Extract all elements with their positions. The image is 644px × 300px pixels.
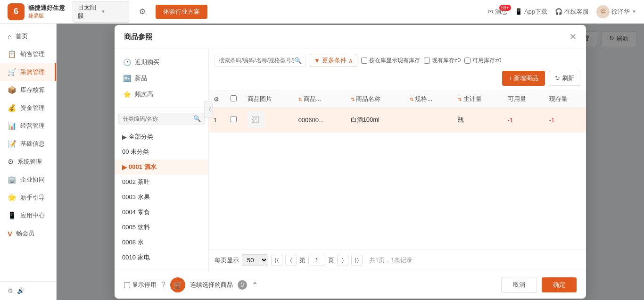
product-search-input[interactable] (219, 57, 294, 64)
unit-col-header[interactable]: ⇅ 主计量 (453, 91, 503, 108)
management-icon: 📊 (8, 122, 17, 130)
arrow-icon: ▶ (122, 133, 127, 141)
row-unit-cell: 瓶 (453, 108, 503, 133)
category-all[interactable]: ▶ 全部分类 (115, 129, 208, 144)
tab-high-frequency[interactable]: ⭐ 频次高 (118, 87, 205, 102)
branch-selector[interactable]: 日太阳膜 ▼ (73, 1, 129, 23)
category-tea[interactable]: 0002 茶叶 (115, 175, 208, 190)
row-code-cell: 000600... (294, 108, 346, 133)
left-panel: 🕐 近期购买 🆕 新品 ⭐ 频次高 (115, 49, 209, 271)
product-table-wrap: ⚙ 商品图片 ⇅ 商品... (209, 91, 586, 249)
code-col-header[interactable]: ⇅ 商品... (294, 91, 346, 108)
sidebar-item-system[interactable]: ⚙ 系统管理 (0, 153, 56, 171)
sidebar-item-sales[interactable]: 📋 销售管理 (0, 45, 56, 63)
sidebar-item-guide[interactable]: 🌟 新手引导 (0, 189, 56, 207)
app-download-btn[interactable]: 📱 App下载 (515, 8, 547, 16)
spec-col-header[interactable]: ⇅ 规格... (405, 91, 453, 108)
cart-btn[interactable]: 🛒 (170, 277, 185, 292)
sidebar-settings-btn[interactable]: ⚙ 🔊 (0, 281, 56, 300)
collapse-panel-btn[interactable]: 《 (204, 101, 213, 118)
sort-icon: ⇅ (351, 97, 355, 102)
guide-icon: 🌟 (8, 193, 17, 202)
next-page-btn[interactable]: ⟩ (337, 255, 348, 266)
tab-new-product[interactable]: 🆕 新品 (118, 71, 205, 86)
add-product-btn[interactable]: + 新增商品 (502, 71, 545, 86)
logo-text: 畅捷通好生意 捷易版 (28, 4, 65, 19)
product-reference-modal: 商品参照 ✕ 🕐 近期购买 🆕 (115, 25, 586, 299)
sidebar-item-enterprise[interactable]: 🏢 企业协同 (0, 171, 56, 189)
modal-title: 商品参照 (124, 33, 152, 42)
row-stock-cell: -1 (545, 108, 586, 133)
table-row[interactable]: 1 🖼 000600... 白酒100ml (209, 108, 586, 133)
sidebar-item-management[interactable]: 📊 经营管理 (0, 117, 56, 135)
category-appliance[interactable]: 0010 家电 (115, 250, 208, 265)
user-menu[interactable]: 华 徐泽华 ▼ (596, 5, 636, 18)
sidebar-item-purchase[interactable]: 🛒 采购管理 (0, 63, 56, 81)
usable-filter[interactable]: 可用库存≠0 (464, 57, 501, 65)
warehouse-filter[interactable]: 按仓库显示现有库存 (361, 57, 420, 65)
pagination: 每页显示 10 20 50 100 ⟨⟨ ⟨ 第 页 (209, 249, 586, 271)
sales-icon: 📋 (8, 50, 17, 58)
warehouse-checkbox[interactable] (361, 58, 367, 64)
experience-btn[interactable]: 体验行业方案 (156, 5, 207, 19)
sidebar-item-home[interactable]: ⌂ 首页 (0, 27, 56, 45)
per-page-select[interactable]: 10 20 50 100 (242, 254, 268, 266)
toolbar-right: + 新增商品 ↻ 刷新 (502, 71, 580, 86)
row-checkbox[interactable] (231, 116, 237, 122)
settings-icon[interactable]: ⚙ (135, 4, 150, 19)
modal-footer: 显示停用 ? 🛒 连续选择的商品 0 ⌃ 取消 确定 (115, 271, 586, 299)
headset-icon: 🎧 (555, 8, 562, 15)
message-btn[interactable]: ✉ 消息 99+ (488, 8, 507, 16)
navbar-right: ✉ 消息 99+ 📱 App下载 🎧 在线客服 华 徐泽华 ▼ (488, 5, 636, 18)
sidebar-item-finance[interactable]: 💰 资金管理 (0, 99, 56, 117)
usable-checkbox[interactable] (464, 58, 471, 64)
row-checkbox-cell[interactable] (226, 108, 243, 133)
refresh-btn[interactable]: ↻ 刷新 (549, 71, 580, 86)
filter-bar: 🔍 ▼ 更多条件 ∧ 按仓库显示现有库存 (209, 49, 586, 91)
service-btn[interactable]: 🎧 在线客服 (555, 8, 589, 16)
sidebar-item-apps[interactable]: 📱 应用中心 (0, 207, 56, 225)
modal-close-btn[interactable]: ✕ (570, 32, 577, 42)
sidebar-item-basic[interactable]: 📝 基础信息 (0, 135, 56, 153)
select-all-checkbox[interactable] (231, 95, 237, 101)
enterprise-icon: 🏢 (8, 175, 17, 184)
category-water[interactable]: 0008 水 (115, 235, 208, 250)
inventory-icon: 📦 (8, 86, 17, 94)
checkbox-col-header[interactable] (226, 91, 243, 108)
star-icon: ⭐ (123, 91, 131, 98)
show-disabled-checkbox-label[interactable]: 显示停用 (124, 281, 157, 289)
chevron-left-icon: 《 (206, 106, 211, 114)
category-snack[interactable]: 0004 零食 (115, 205, 208, 220)
right-panel: 🔍 ▼ 更多条件 ∧ 按仓库显示现有库存 (209, 49, 586, 271)
row-image-cell: 🖼 (243, 108, 294, 133)
category-search-input[interactable] (123, 116, 193, 122)
category-fruit[interactable]: 0003 水果 (115, 190, 208, 205)
show-disabled-checkbox[interactable] (124, 282, 130, 288)
tab-recent-purchase[interactable]: 🕐 近期购买 (118, 55, 205, 70)
confirm-btn[interactable]: 确定 (542, 277, 577, 292)
prev-page-btn[interactable]: ⟨ (285, 255, 297, 266)
quick-tabs: 🕐 近期购买 🆕 新品 ⭐ 频次高 (115, 55, 208, 102)
name-col-header[interactable]: ⇅ 商品名称 (346, 91, 405, 108)
available-checkbox[interactable] (424, 58, 430, 64)
chevron-down-icon: ▼ (101, 9, 124, 14)
page-input[interactable] (308, 255, 325, 266)
sidebar-item-member[interactable]: V 畅会员 (0, 225, 56, 242)
first-page-btn[interactable]: ⟨⟨ (271, 255, 282, 266)
last-page-btn[interactable]: ⟩⟩ (351, 255, 363, 266)
help-icon[interactable]: ? (161, 281, 165, 289)
category-search-wrap: 🔍 (118, 113, 205, 125)
page-suffix: 页 (328, 256, 334, 265)
category-unclassified[interactable]: 00 未分类 (115, 144, 208, 159)
modal-header: 商品参照 ✕ (115, 25, 586, 49)
more-filter-btn[interactable]: ▼ 更多条件 ∧ (310, 54, 357, 67)
cart-area: ? 🛒 连续选择的商品 0 ⌃ (161, 277, 258, 292)
cart-collapse-btn[interactable]: ⌃ (252, 281, 258, 290)
cancel-btn[interactable]: 取消 (501, 277, 537, 293)
row-spec-cell (405, 108, 453, 133)
category-beverage[interactable]: 0005 饮料 (115, 220, 208, 235)
product-search-wrap: 🔍 (215, 55, 306, 67)
available-filter[interactable]: 现有库存≠0 (424, 57, 461, 65)
category-liquor[interactable]: ▶ 0001 酒水 (115, 159, 208, 175)
sidebar-item-inventory[interactable]: 📦 库存核算 (0, 81, 56, 99)
